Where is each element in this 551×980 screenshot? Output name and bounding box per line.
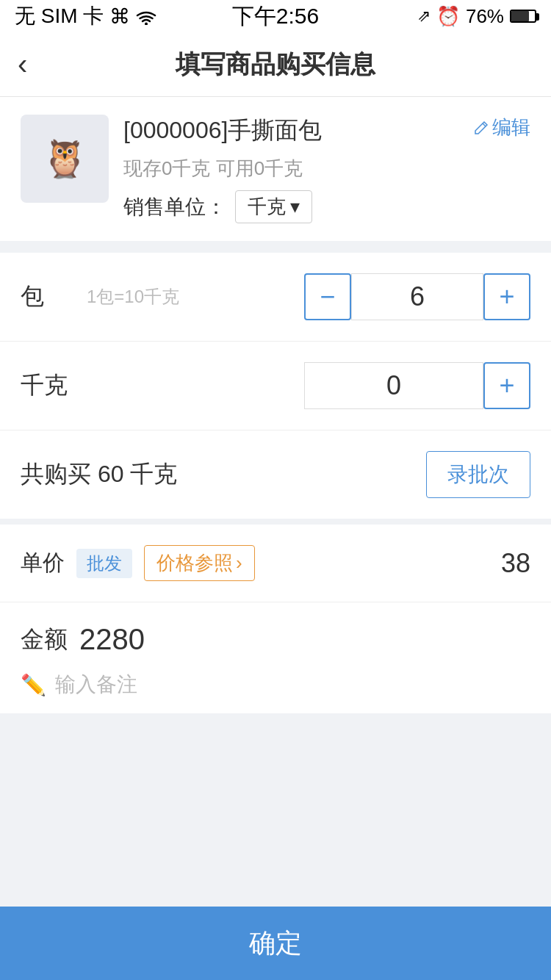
confirm-button[interactable]: 确定 — [0, 907, 551, 980]
kg-qty-control: + — [304, 362, 530, 409]
total-text: 共购买 60 千克 — [21, 458, 177, 491]
package-label: 包 — [21, 281, 79, 313]
product-info: [0000006]手撕面包 编辑 现存0千克 可用0千克 销售单位： 千克 ▾ — [123, 115, 530, 223]
remark-row[interactable]: ✏️ 输入备注 — [21, 671, 530, 699]
product-unit-row: 销售单位： 千克 ▾ — [123, 190, 530, 223]
wifi-icon: ⌘ — [109, 4, 156, 29]
product-logo: 🦉 — [42, 137, 87, 180]
price-type-badge: 批发 — [76, 549, 132, 578]
location-icon: ⇗ — [417, 7, 431, 26]
package-minus-button[interactable]: − — [304, 273, 351, 320]
package-plus-button[interactable]: + — [483, 273, 530, 320]
kg-input-row: 千克 + — [0, 342, 551, 430]
product-thumbnail: 🦉 — [21, 115, 109, 203]
price-section: 单价 批发 价格参照 › 38 — [0, 525, 551, 602]
product-card: 🦉 [0000006]手撕面包 编辑 现存0千克 可用0千克 销售单位： 千克 … — [0, 97, 551, 247]
page-title: 填写商品购买信息 — [176, 48, 375, 82]
unit-label: 销售单位： — [123, 193, 226, 221]
package-hint: 1包=10千克 — [87, 285, 304, 309]
unit-select[interactable]: 千克 ▾ — [235, 190, 312, 223]
product-stock: 现存0千克 可用0千克 — [123, 156, 530, 181]
amount-label: 金额 — [21, 624, 68, 656]
status-time: 下午2:56 — [232, 1, 319, 32]
separator-1 — [0, 247, 551, 253]
package-input-row: 包 1包=10千克 − + — [0, 253, 551, 342]
status-left: 无 SIM 卡 ⌘ — [15, 2, 156, 30]
amount-row: 金额 2280 — [21, 623, 530, 656]
total-row: 共购买 60 千克 录批次 — [0, 430, 551, 525]
price-ref-button[interactable]: 价格参照 › — [144, 545, 255, 581]
status-bar: 无 SIM 卡 ⌘ 下午2:56 ⇗ ⏰ 76% — [0, 0, 551, 32]
back-button[interactable]: ‹ — [18, 48, 27, 81]
price-label: 单价 — [21, 548, 65, 578]
pencil-icon: ✏️ — [21, 673, 46, 697]
edit-button[interactable]: 编辑 — [473, 115, 530, 140]
kg-label: 千克 — [21, 370, 79, 402]
product-top-row: [0000006]手撕面包 编辑 — [123, 115, 530, 156]
svg-point-0 — [145, 23, 148, 26]
kg-plus-button[interactable]: + — [483, 362, 530, 409]
status-right: ⇗ ⏰ 76% — [417, 5, 536, 28]
remark-placeholder: 输入备注 — [55, 671, 137, 699]
battery-icon — [510, 10, 536, 23]
price-value: 38 — [501, 548, 530, 579]
price-ref-arrow: › — [236, 552, 242, 574]
kg-input[interactable] — [304, 362, 483, 409]
carrier-label: 无 SIM 卡 — [15, 2, 104, 30]
product-name: [0000006]手撕面包 — [123, 115, 322, 147]
alarm-icon: ⏰ — [436, 5, 460, 28]
batch-button[interactable]: 录批次 — [426, 451, 530, 498]
battery-label: 76% — [466, 5, 504, 28]
amount-section: 金额 2280 ✏️ 输入备注 — [0, 602, 551, 719]
package-input[interactable] — [351, 273, 483, 320]
empty-area — [0, 719, 551, 925]
nav-bar: ‹ 填写商品购买信息 — [0, 32, 551, 97]
chevron-down-icon: ▾ — [290, 195, 300, 218]
package-qty-control: − + — [304, 273, 530, 320]
amount-value: 2280 — [79, 623, 145, 656]
